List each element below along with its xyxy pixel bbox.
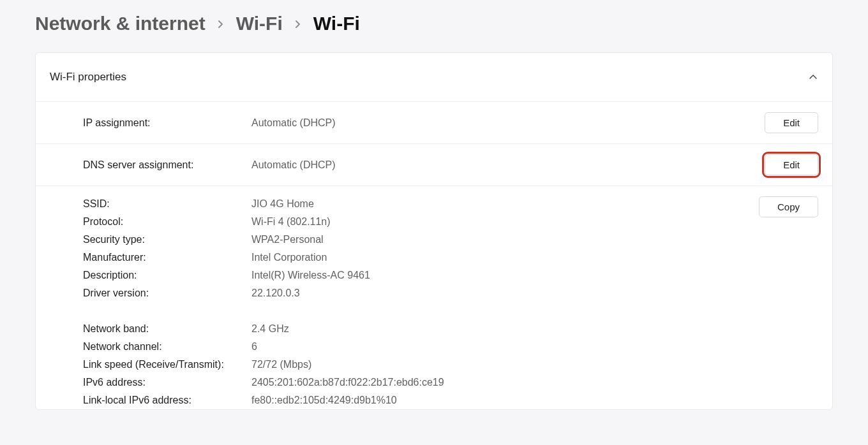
link-local-ipv6-value: fe80::edb2:105d:4249:d9b1%10 [251,395,759,406]
panel-title: Wi-Fi properties [50,71,126,84]
manufacturer-label: Manufacturer: [83,252,251,263]
security-type-label: Security type: [83,234,251,245]
network-band-label: Network band: [83,323,251,335]
breadcrumb-wifi[interactable]: Wi-Fi [236,13,283,34]
edit-dns-assignment-button[interactable]: Edit [765,154,818,175]
copy-button[interactable]: Copy [759,196,818,217]
link-speed-label: Link speed (Receive/Transmit): [83,359,251,370]
dns-assignment-label: DNS server assignment: [83,159,251,171]
breadcrumb-current: Wi-Fi [313,13,360,34]
table-row: Description: Intel(R) Wireless-AC 9461 [83,266,759,284]
edit-ip-assignment-button[interactable]: Edit [765,112,818,133]
manufacturer-value: Intel Corporation [251,252,759,263]
ip-assignment-value: Automatic (DHCP) [251,117,765,129]
table-row: Protocol: Wi-Fi 4 (802.11n) [83,213,759,231]
table-row: Manufacturer: Intel Corporation [83,249,759,266]
protocol-label: Protocol: [83,216,251,228]
ssid-value: JIO 4G Home [251,198,759,210]
wifi-properties-card: Wi-Fi properties IP assignment: Automati… [35,52,833,410]
description-label: Description: [83,270,251,281]
network-channel-value: 6 [251,341,759,353]
link-local-ipv6-label: Link-local IPv6 address: [83,395,251,406]
ip-assignment-label: IP assignment: [83,117,251,129]
ipv6-address-value: 2405:201:602a:b87d:f022:2b17:ebd6:ce19 [251,377,759,388]
description-value: Intel(R) Wireless-AC 9461 [251,270,759,281]
table-row: Network channel: 6 [83,338,759,356]
driver-version-value: 22.120.0.3 [251,288,759,299]
ipv6-address-label: IPv6 address: [83,377,251,388]
dns-assignment-value: Automatic (DHCP) [251,159,765,171]
network-band-value: 2.4 GHz [251,323,759,335]
table-row: Driver version: 22.120.0.3 [83,284,759,302]
protocol-value: Wi-Fi 4 (802.11n) [251,216,759,228]
table-row: Link speed (Receive/Transmit): 72/72 (Mb… [83,356,759,374]
breadcrumb: Network & internet Wi-Fi Wi-Fi [35,13,833,34]
chevron-up-icon [808,72,818,82]
driver-version-label: Driver version: [83,288,251,299]
ssid-label: SSID: [83,198,251,210]
dns-assignment-row: DNS server assignment: Automatic (DHCP) … [36,144,832,186]
table-row: Security type: WPA2-Personal [83,231,759,249]
table-row: Link-local IPv6 address: fe80::edb2:105d… [83,391,759,409]
wifi-details-block: SSID: JIO 4G Home Protocol: Wi-Fi 4 (802… [36,186,832,409]
link-speed-value: 72/72 (Mbps) [251,359,759,370]
chevron-right-icon [217,15,225,32]
network-channel-label: Network channel: [83,341,251,353]
table-row: IPv6 address: 2405:201:602a:b87d:f022:2b… [83,374,759,391]
breadcrumb-network-internet[interactable]: Network & internet [35,13,206,34]
wifi-properties-header[interactable]: Wi-Fi properties [36,53,832,102]
ip-assignment-row: IP assignment: Automatic (DHCP) Edit [36,102,832,144]
security-type-value: WPA2-Personal [251,234,759,245]
table-row: SSID: JIO 4G Home [83,195,759,213]
table-row: Network band: 2.4 GHz [83,320,759,338]
chevron-right-icon [294,15,302,32]
